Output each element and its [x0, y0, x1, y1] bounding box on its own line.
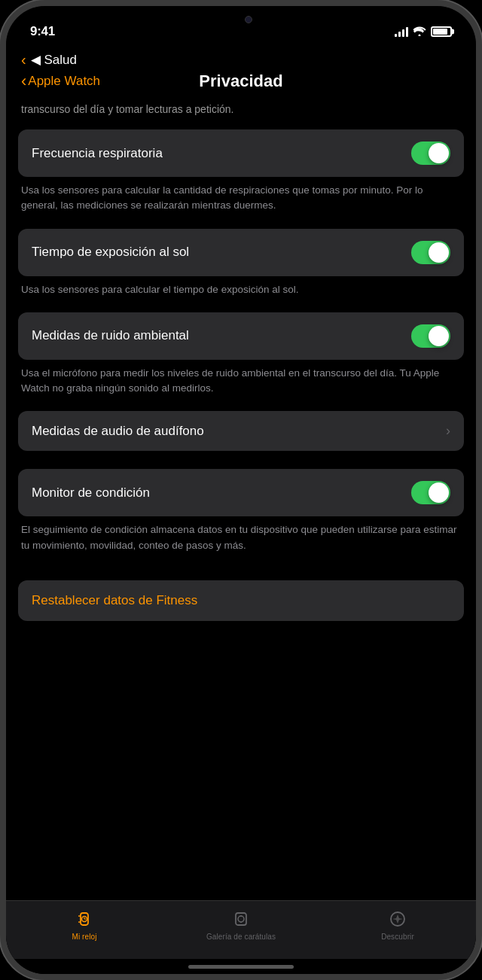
tab-descubrir[interactable]: Descubrir [319, 908, 476, 941]
back-chevron-icon: ‹ [21, 51, 26, 68]
ruido-label: Medidas de ruido ambiental [32, 328, 189, 343]
battery-icon [431, 26, 452, 37]
reset-label: Restablecer datos de Fitness [32, 593, 197, 607]
sol-description: Usa los sensores para calcular el tiempo… [18, 282, 464, 308]
apple-watch-back-button[interactable]: ‹ Apple Watch [21, 72, 100, 91]
ruido-block: Medidas de ruido ambiental Usa el micróf… [18, 312, 464, 407]
scroll-content[interactable]: transcurso del día y tomar lecturas a pe… [6, 99, 476, 900]
toggle-thumb [429, 143, 449, 163]
page-header: ‹ Apple Watch Privacidad [6, 72, 476, 99]
phone-screen: 9:41 [6, 6, 476, 974]
nav-bar: ‹ ◀ Salud [6, 47, 476, 72]
salud-label: ◀ Salud [31, 52, 77, 68]
monitor-row: Monitor de condición [18, 469, 464, 516]
monitor-toggle[interactable] [411, 481, 450, 504]
audio-row[interactable]: Medidas de audio de audífono › [18, 411, 464, 451]
ruido-toggle[interactable] [411, 324, 450, 348]
frecuencia-toggle[interactable] [411, 142, 450, 165]
toggle-thumb [429, 482, 449, 503]
notch [196, 6, 286, 33]
notch-dot [245, 16, 252, 23]
group-gap [18, 457, 464, 469]
home-bar [188, 965, 294, 969]
svg-rect-6 [236, 913, 246, 925]
frecuencia-block: Frecuencia respiratoria Usa los sensores… [18, 129, 464, 224]
ruido-description: Usa el micrófono para medir los niveles … [18, 366, 464, 407]
phone-frame: 9:41 [0, 0, 482, 980]
home-indicator [6, 959, 476, 974]
page-title: Privacidad [199, 72, 282, 91]
toggle-thumb [429, 242, 449, 263]
descubrir-icon [387, 908, 408, 930]
audio-block: Medidas de audio de audífono › [18, 411, 464, 451]
status-time: 9:41 [30, 24, 55, 39]
status-bar: 9:41 [6, 6, 476, 47]
tab-mi-reloj-label: Mi reloj [72, 933, 96, 941]
svg-point-7 [238, 916, 244, 922]
ruido-row: Medidas de ruido ambiental [18, 312, 464, 360]
sol-block: Tiempo de exposición al sol Usa los sens… [18, 229, 464, 308]
mi-reloj-icon [74, 908, 95, 930]
tab-descubrir-label: Descubrir [381, 933, 414, 941]
frecuencia-row: Frecuencia respiratoria [18, 129, 464, 177]
salud-back-link[interactable]: ‹ ◀ Salud [21, 51, 461, 68]
tab-bar: Mi reloj Galería de carátulas [6, 900, 476, 959]
battery-fill [433, 29, 447, 35]
monitor-description: El seguimiento de condición almacena dat… [18, 522, 464, 564]
tab-mi-reloj[interactable]: Mi reloj [6, 908, 163, 941]
audio-label: Medidas de audio de audífono [32, 424, 204, 439]
frecuencia-description: Usa los sensores para calcular la cantid… [18, 183, 464, 224]
tab-galeria-label: Galería de carátulas [206, 933, 276, 941]
toggle-thumb [429, 326, 449, 346]
monitor-label: Monitor de condición [32, 485, 150, 501]
frecuencia-label: Frecuencia respiratoria [32, 146, 163, 161]
status-icons [395, 26, 452, 38]
back-chevron-orange-icon: ‹ [21, 72, 26, 91]
sol-row: Tiempo de exposición al sol [18, 229, 464, 276]
partial-top-text: transcurso del día y tomar lecturas a pe… [18, 99, 464, 129]
sol-label: Tiempo de exposición al sol [32, 245, 189, 260]
svg-marker-11 [392, 915, 403, 924]
reset-fitness-button[interactable]: Restablecer datos de Fitness [18, 580, 464, 621]
back-label: Apple Watch [28, 74, 100, 89]
monitor-block: Monitor de condición El seguimiento de c… [18, 469, 464, 564]
group-gap-2 [18, 568, 464, 580]
signal-bars-icon [395, 26, 408, 37]
wifi-icon [413, 26, 426, 38]
chevron-right-icon: › [446, 423, 450, 439]
tab-galeria[interactable]: Galería de carátulas [163, 908, 319, 941]
galeria-icon [230, 908, 252, 930]
sol-toggle[interactable] [411, 241, 450, 264]
